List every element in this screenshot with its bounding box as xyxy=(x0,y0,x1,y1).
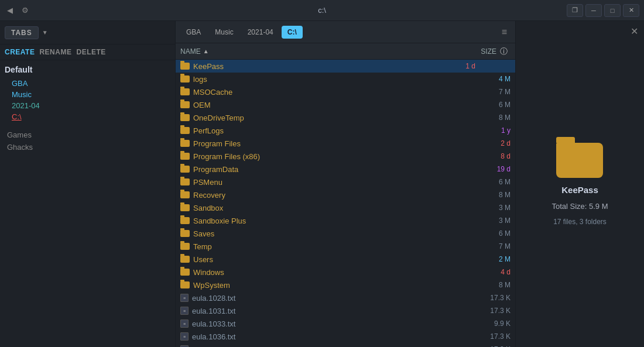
col-size-header: SIZE xyxy=(450,47,496,56)
delete-button[interactable]: DELETE xyxy=(76,48,105,56)
list-icon[interactable]: ≡ xyxy=(496,63,500,70)
file-row[interactable]: PerfLogs 1 y xyxy=(176,124,515,137)
col-name-header: NAME ▲ xyxy=(180,47,450,56)
file-row[interactable]: ≡ eula.1031.txt 17.3 K xyxy=(176,304,515,317)
selected-folder-meta: 17 files, 3 folders xyxy=(553,218,607,226)
sidebar: TABS ▼ CREATE RENAME DELETE Default GBA … xyxy=(0,21,176,347)
restore-button[interactable]: ❐ xyxy=(567,4,583,17)
sidebar-group-ghacks[interactable]: Ghacks xyxy=(5,140,170,153)
file-name: eula.1028.txt xyxy=(192,294,464,303)
rename-button[interactable]: RENAME xyxy=(39,48,71,56)
file-size: 8 M xyxy=(464,281,511,289)
file-row[interactable]: OneDriveTemp 8 M xyxy=(176,111,515,124)
tab-c-drive[interactable]: C:\ xyxy=(282,26,303,39)
create-button[interactable]: CREATE xyxy=(5,48,35,56)
tab-2021-04[interactable]: 2021-04 xyxy=(242,26,279,39)
file-row[interactable]: ≡ eula.1028.txt 17.3 K xyxy=(176,291,515,304)
sidebar-toolbar: CREATE RENAME DELETE xyxy=(0,44,175,60)
file-name: Program Files (x86) xyxy=(193,152,464,161)
file-name: WpSystem xyxy=(193,281,464,290)
tab-music[interactable]: Music xyxy=(209,26,239,39)
file-name: Saves xyxy=(193,229,464,238)
folder-icon xyxy=(180,269,190,276)
file-row[interactable]: MSOCache 7 M xyxy=(176,85,515,98)
maximize-button[interactable]: □ xyxy=(604,4,621,17)
tabs-button[interactable]: TABS xyxy=(5,26,39,39)
file-row[interactable]: Saves 6 M xyxy=(176,227,515,240)
file-size: 4 M xyxy=(464,75,511,83)
minimize-button[interactable]: ─ xyxy=(585,4,602,17)
file-size: 4 d xyxy=(464,268,511,276)
folder-icon xyxy=(180,88,190,95)
file-panel-header: GBA Music 2021-04 C:\ ≡ xyxy=(176,21,515,43)
file-row[interactable]: Program Files (x86) 8 d xyxy=(176,150,515,163)
file-row[interactable]: logs 4 M xyxy=(176,73,515,85)
folder-icon xyxy=(180,178,190,185)
sidebar-item-c-drive[interactable]: C:\ xyxy=(5,111,170,122)
file-size: 17.3 K xyxy=(464,294,511,302)
sidebar-item-music[interactable]: Music xyxy=(5,89,170,100)
up-icon[interactable]: ↑ xyxy=(508,63,511,70)
file-icon: ≡ xyxy=(180,307,189,315)
folder-icon xyxy=(180,243,190,250)
file-name: KeePass xyxy=(193,62,429,71)
file-size: 9.9 K xyxy=(464,319,511,328)
file-size: 7 M xyxy=(464,242,511,250)
back-icon[interactable]: ◀ xyxy=(5,5,15,16)
file-icon: ≡ xyxy=(180,294,189,302)
sidebar-default-section: Default GBA Music 2021-04 C:\ Games Ghac… xyxy=(0,60,175,157)
file-size: 8 M xyxy=(464,114,511,122)
dropdown-arrow-icon[interactable]: ▼ xyxy=(42,29,48,36)
forward-icon[interactable]: » xyxy=(502,63,505,70)
file-name: eula.1040.txt xyxy=(192,345,464,348)
file-name: eula.1031.txt xyxy=(192,307,464,315)
file-size: 17.3 K xyxy=(464,332,511,341)
file-size: 6 M xyxy=(464,101,511,109)
file-row[interactable]: ≡ eula.1040.txt 17.3 K xyxy=(176,343,515,347)
file-row[interactable]: OEM 6 M xyxy=(176,98,515,111)
folder-icon xyxy=(180,191,190,198)
file-row[interactable]: ProgramData 19 d xyxy=(176,163,515,176)
panel-menu-icon[interactable]: ≡ xyxy=(498,26,511,39)
file-size: 2 M xyxy=(464,255,511,263)
file-row[interactable]: KeePass 1 d ≡ » ↑ xyxy=(176,60,515,73)
sort-arrow-icon: ▲ xyxy=(203,48,209,54)
selected-folder-icon xyxy=(556,143,603,178)
file-row[interactable]: Sandboxie Plus 3 M xyxy=(176,214,515,227)
file-size: 2 d xyxy=(464,139,511,147)
right-panel: ✕ KeePass Total Size: 5.9 M 17 files, 3 … xyxy=(515,21,644,347)
file-row[interactable]: Users 2 M xyxy=(176,253,515,266)
settings-icon[interactable]: ⚙ xyxy=(20,5,30,16)
tab-gba[interactable]: GBA xyxy=(180,26,207,39)
folder-icon xyxy=(180,101,190,108)
file-name: Temp xyxy=(193,242,464,251)
folder-icon xyxy=(180,166,190,173)
sidebar-item-gba[interactable]: GBA xyxy=(5,78,170,89)
file-row[interactable]: Program Files 2 d xyxy=(176,137,515,150)
file-size: 6 M xyxy=(464,229,511,238)
file-name: Sandbox xyxy=(193,204,464,212)
right-panel-close-icon[interactable]: ✕ xyxy=(631,26,638,37)
file-name: Program Files xyxy=(193,139,464,148)
window-title: c:\ xyxy=(318,6,326,15)
file-row[interactable]: PSMenu 6 M xyxy=(176,176,515,188)
folder-icon xyxy=(180,281,190,288)
file-row[interactable]: Windows 4 d xyxy=(176,266,515,279)
file-row[interactable]: ≡ eula.1033.txt 9.9 K xyxy=(176,317,515,330)
col-info-header: ⓘ xyxy=(496,46,511,57)
file-row[interactable]: WpSystem 8 M xyxy=(176,279,515,291)
file-name: Windows xyxy=(193,268,464,277)
file-name: logs xyxy=(193,75,464,84)
file-row[interactable]: Recovery 8 M xyxy=(176,188,515,201)
column-headers: NAME ▲ SIZE ⓘ xyxy=(176,43,515,60)
folder-icon xyxy=(180,127,190,134)
file-row[interactable]: ≡ eula.1036.txt 17.3 K xyxy=(176,330,515,343)
sidebar-group-games[interactable]: Games xyxy=(5,128,170,140)
sidebar-item-2021-04[interactable]: 2021-04 xyxy=(5,100,170,111)
close-button[interactable]: ✕ xyxy=(623,4,639,17)
file-name: MSOCache xyxy=(193,88,464,97)
file-name: eula.1033.txt xyxy=(192,319,464,328)
file-size: 1 d xyxy=(429,62,475,70)
file-row[interactable]: Sandbox 3 M xyxy=(176,201,515,214)
file-row[interactable]: Temp 7 M xyxy=(176,240,515,253)
